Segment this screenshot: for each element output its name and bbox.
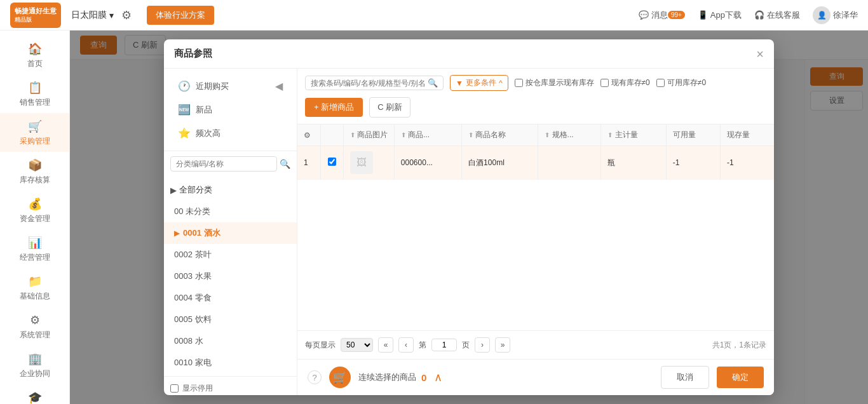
sidebar-item-inventory[interactable]: 📦 库存核算 bbox=[0, 152, 69, 191]
confirm-button[interactable]: 确定 bbox=[717, 367, 764, 388]
category-item-0003[interactable]: 0003 水果 bbox=[164, 266, 297, 287]
recent-purchases-button[interactable]: 🕐 近期购买 ◀ bbox=[170, 75, 290, 97]
category-search-icon[interactable]: 🔍 bbox=[280, 159, 290, 169]
sidebar: 🏠 首页 📋 销售管理 🛒 采购管理 📦 库存核算 💰 资金管理 📊 经营管理 … bbox=[0, 30, 70, 404]
search-icon[interactable]: 🔍 bbox=[428, 78, 438, 88]
prev-page-button[interactable]: ‹ bbox=[398, 337, 414, 353]
show-disabled-checkbox-label[interactable]: 显示停用 bbox=[170, 383, 290, 394]
top-navigation: 畅捷通好生意 精品版 日太阳膜 ▾ ⚙ 体验行业方案 💬 消息 99+ 📱 Ap… bbox=[0, 0, 868, 30]
sidebar-item-basics[interactable]: 📁 基础信息 bbox=[0, 268, 69, 307]
nonzero-stock-checkbox[interactable] bbox=[600, 79, 609, 87]
store-selector[interactable]: 日太阳膜 ▾ bbox=[71, 10, 114, 21]
sidebar-item-enterprise[interactable]: 🏢 企业协同 bbox=[0, 346, 69, 384]
cart-icon: 🛒 bbox=[333, 370, 347, 384]
inventory-icon: 📦 bbox=[28, 158, 42, 172]
sort-icon-code: ⬆ bbox=[401, 131, 406, 138]
td-stock: -1 bbox=[720, 146, 774, 180]
system-icon: ⚙ bbox=[30, 313, 40, 327]
new-products-button[interactable]: 🆕 新品 bbox=[170, 98, 290, 121]
clock-icon: 🕐 bbox=[178, 80, 191, 92]
app-download-button[interactable]: 📱 App下载 bbox=[698, 10, 742, 21]
user-profile[interactable]: 👤 徐泽华 bbox=[813, 6, 858, 24]
next-page-button[interactable]: › bbox=[475, 337, 490, 353]
customer-service-button[interactable]: 🎧 在线客服 bbox=[754, 10, 800, 21]
page-number-input[interactable] bbox=[431, 339, 457, 351]
settings-icon[interactable]: ⚙ bbox=[121, 8, 132, 22]
logo: 畅捷通好生意 精品版 bbox=[10, 3, 61, 28]
show-disabled-checkbox[interactable] bbox=[170, 384, 179, 393]
refresh-button[interactable]: C 刷新 bbox=[369, 97, 410, 118]
table-row[interactable]: 1 🖼 000600... 白酒100ml bbox=[297, 146, 774, 180]
first-page-button[interactable]: « bbox=[378, 337, 393, 353]
collapse-button[interactable]: ◀ bbox=[275, 80, 283, 92]
th-spec[interactable]: ⬆ 规格... bbox=[538, 125, 601, 146]
last-page-button[interactable]: » bbox=[495, 337, 510, 353]
continuous-select-label: 连续选择的商品 0 bbox=[358, 372, 426, 383]
product-table: ⚙ ⬆ 商品图片 ⬆ 商品... bbox=[297, 125, 774, 180]
basics-icon: 📁 bbox=[28, 274, 42, 288]
guide-icon: 🎓 bbox=[28, 391, 42, 404]
per-page-label: 每页显示 bbox=[305, 340, 336, 351]
more-filters-button[interactable]: ▼ 更多条件 ^ bbox=[450, 75, 508, 91]
th-stock: 现存量 bbox=[720, 125, 774, 146]
row-checkbox[interactable] bbox=[328, 158, 336, 166]
headset-icon: 🎧 bbox=[754, 10, 764, 20]
main-layout: 🏠 首页 📋 销售管理 🛒 采购管理 📦 库存核算 💰 资金管理 📊 经营管理 … bbox=[0, 30, 868, 404]
collapse-footer-icon[interactable]: ∧ bbox=[434, 370, 442, 384]
warehouse-stock-filter-label[interactable]: 按仓库显示现有库存 bbox=[515, 77, 594, 88]
th-setting[interactable]: ⚙ bbox=[297, 125, 320, 146]
per-page-select[interactable]: 50 100 bbox=[341, 338, 373, 352]
cart-button[interactable]: 🛒 bbox=[329, 367, 351, 388]
product-reference-modal: 商品参照 × 🕐 近期购买 ◀ bbox=[164, 39, 774, 395]
avatar: 👤 bbox=[813, 6, 831, 24]
th-image[interactable]: ⬆ 商品图片 bbox=[343, 125, 394, 146]
all-categories-item[interactable]: ▶ 全部分类 bbox=[164, 179, 297, 201]
sidebar-item-sales[interactable]: 📋 销售管理 bbox=[0, 74, 69, 113]
category-item-0001[interactable]: ▶ 0001 酒水 bbox=[164, 222, 297, 244]
category-item-00[interactable]: 00 未分类 bbox=[164, 201, 297, 222]
message-badge: 99+ bbox=[668, 11, 685, 19]
operations-icon: 📊 bbox=[28, 236, 42, 250]
cancel-button[interactable]: 取消 bbox=[661, 366, 709, 389]
nonzero-available-filter-label[interactable]: 可用库存≠0 bbox=[656, 77, 706, 88]
category-item-0002[interactable]: 0002 茶叶 bbox=[164, 244, 297, 266]
help-button[interactable]: ? bbox=[308, 370, 322, 384]
sidebar-item-home[interactable]: 🏠 首页 bbox=[0, 36, 69, 74]
page-unit-label: 页 bbox=[462, 340, 470, 351]
enterprise-icon: 🏢 bbox=[28, 352, 42, 366]
nonzero-stock-filter-label[interactable]: 现有库存≠0 bbox=[600, 77, 650, 88]
sidebar-item-finance[interactable]: 💰 资金管理 bbox=[0, 191, 69, 229]
warehouse-stock-checkbox[interactable] bbox=[515, 79, 523, 87]
filter-icon: ▼ bbox=[456, 79, 463, 88]
sidebar-item-purchase[interactable]: 🛒 采购管理 bbox=[0, 113, 69, 152]
add-product-button[interactable]: + 新增商品 bbox=[305, 98, 363, 117]
category-item-0004[interactable]: 0004 零食 bbox=[164, 287, 297, 309]
sidebar-item-system[interactable]: ⚙ 系统管理 bbox=[0, 307, 69, 346]
modal-left-panel: 🕐 近期购买 ◀ 🆕 新品 ⭐ 频次高 bbox=[164, 69, 297, 395]
category-item-0008[interactable]: 0008 水 bbox=[164, 330, 297, 352]
experience-button[interactable]: 体验行业方案 bbox=[147, 6, 214, 25]
th-code[interactable]: ⬆ 商品... bbox=[394, 125, 461, 146]
th-unit[interactable]: ⬆ 主计量 bbox=[601, 125, 666, 146]
messages-button[interactable]: 💬 消息 99+ bbox=[639, 10, 685, 21]
sales-icon: 📋 bbox=[28, 81, 42, 95]
category-item-0005[interactable]: 0005 饮料 bbox=[164, 309, 297, 330]
nonzero-available-checkbox[interactable] bbox=[656, 79, 665, 87]
pagination-bar: 每页显示 50 100 « ‹ 第 页 › » bbox=[297, 330, 774, 359]
modal-footer: ? 🛒 连续选择的商品 0 ∧ 取消 确定 bbox=[297, 359, 774, 395]
sidebar-item-guide[interactable]: 🎓 新手引导 bbox=[0, 384, 69, 404]
th-check bbox=[320, 125, 343, 146]
content-area: 查询 C 刷新 查询 设置 商品参照 × bbox=[70, 30, 868, 404]
dropdown-arrow-icon: ▾ bbox=[109, 10, 114, 20]
category-search-input[interactable] bbox=[170, 156, 277, 172]
category-item-0010[interactable]: 0010 家电 bbox=[164, 352, 297, 374]
filter-collapse-icon: ^ bbox=[499, 79, 503, 88]
left-bottom-section: 显示停用 bbox=[164, 376, 297, 395]
frequent-button[interactable]: ⭐ 频次高 bbox=[170, 122, 290, 144]
product-search-input[interactable] bbox=[311, 79, 425, 88]
td-check[interactable] bbox=[320, 146, 343, 180]
modal-close-button[interactable]: × bbox=[756, 48, 764, 60]
sidebar-item-operations[interactable]: 📊 经营管理 bbox=[0, 229, 69, 268]
sort-icon-unit: ⬆ bbox=[607, 131, 613, 138]
th-name[interactable]: ⬆ 商品名称 bbox=[462, 125, 538, 146]
